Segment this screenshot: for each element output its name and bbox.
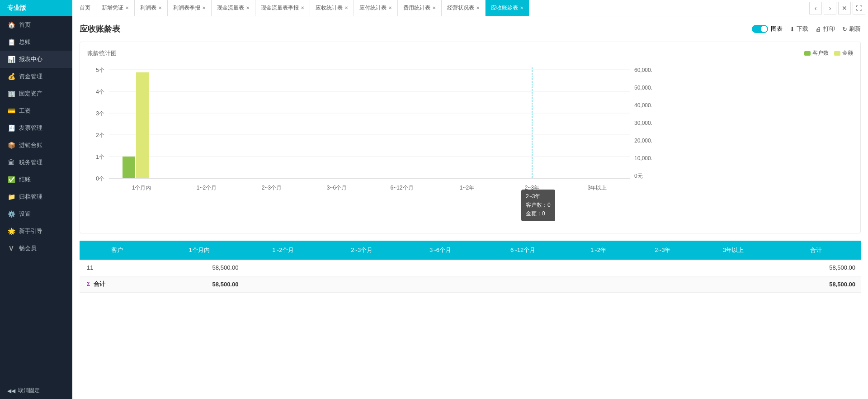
td-12month bbox=[244, 260, 322, 276]
tab-close-business[interactable]: ✕ bbox=[476, 5, 480, 10]
sidebar-item-home[interactable]: 🏠 首页 bbox=[0, 16, 72, 33]
page-title: 应收账龄表 bbox=[80, 24, 120, 34]
tab-close-cashflow-quarter[interactable]: ✕ bbox=[301, 5, 304, 10]
sidebar-unpin-button[interactable]: ◀◀ 取消固定 bbox=[0, 382, 72, 399]
svg-text:2个: 2个 bbox=[96, 132, 104, 138]
tab-close-ar-stats[interactable]: ✕ bbox=[344, 5, 348, 10]
tax-icon: 🏛 bbox=[7, 159, 15, 166]
sidebar-item-invoice[interactable]: 🧾 发票管理 bbox=[0, 119, 72, 137]
td-total-23month bbox=[322, 276, 401, 292]
archive-icon: 📁 bbox=[7, 193, 15, 200]
tab-maximize-button[interactable]: ⛶ bbox=[853, 2, 865, 14]
assets-icon: 🏢 bbox=[7, 90, 15, 97]
legend-customer: 客户数 bbox=[804, 49, 829, 57]
svg-text:3年以上: 3年以上 bbox=[588, 185, 607, 191]
legend-amount: 金额 bbox=[834, 49, 853, 57]
td-total-1month: 58,500.00 bbox=[155, 276, 244, 292]
svg-text:20,000.00元: 20,000.00元 bbox=[634, 138, 652, 144]
td-3year bbox=[695, 260, 771, 276]
tab-next-button[interactable]: › bbox=[824, 2, 836, 14]
sidebar-item-capital[interactable]: 💰 资金管理 bbox=[0, 68, 72, 85]
sidebar-item-salary[interactable]: 💳 工资 bbox=[0, 102, 72, 119]
tab-close-profit-quarter[interactable]: ✕ bbox=[202, 5, 206, 10]
tab-close-all-button[interactable]: ✕ bbox=[838, 2, 851, 14]
sidebar-item-settings[interactable]: ⚙️ 设置 bbox=[0, 205, 72, 223]
th-36month: 3~6个月 bbox=[401, 241, 480, 260]
sidebar-item-archive[interactable]: 📁 归档管理 bbox=[0, 188, 72, 205]
th-customer: 客户 bbox=[80, 241, 155, 260]
tab-cashflow[interactable]: 现金流量表 ✕ bbox=[212, 0, 255, 16]
sales-icon: 📦 bbox=[7, 142, 15, 149]
legend-customer-box bbox=[804, 51, 811, 56]
settings-icon: ⚙️ bbox=[7, 210, 15, 218]
tab-ar-stats[interactable]: 应收统计表 ✕ bbox=[310, 0, 354, 16]
home-icon: 🏠 bbox=[7, 21, 15, 28]
bar-amount-0[interactable] bbox=[136, 72, 149, 178]
tab-ar-aging[interactable]: 应收账龄表 ✕ bbox=[486, 0, 529, 16]
download-button[interactable]: ⬇ 下载 bbox=[790, 25, 808, 33]
tab-close-profit[interactable]: ✕ bbox=[158, 5, 162, 10]
td-customer: 11 bbox=[80, 260, 155, 276]
th-3year: 3年以上 bbox=[695, 241, 771, 260]
sidebar-item-ledger[interactable]: 📋 总账 bbox=[0, 33, 72, 51]
svg-text:1个月内: 1个月内 bbox=[132, 185, 151, 191]
bar-customer-0[interactable] bbox=[123, 157, 135, 178]
td-612month bbox=[480, 260, 566, 276]
toggle-track bbox=[752, 25, 768, 33]
td-12year bbox=[566, 260, 630, 276]
table-header-row: 客户 1个月内 1~2个月 2~3个月 3~6个月 6~12个月 1~2年 2~… bbox=[80, 241, 861, 260]
tab-expense[interactable]: 费用统计表 ✕ bbox=[398, 0, 442, 16]
sidebar-item-closing[interactable]: ✅ 结账 bbox=[0, 171, 72, 188]
vip-icon: V bbox=[7, 245, 15, 252]
guide-icon: 🌟 bbox=[7, 228, 15, 235]
refresh-button[interactable]: ↻ 刷新 bbox=[842, 25, 861, 33]
td-23month bbox=[322, 260, 401, 276]
td-grand-total: 58,500.00 bbox=[772, 276, 861, 292]
tab-close-cashflow[interactable]: ✕ bbox=[246, 5, 250, 10]
svg-text:40,000.00元: 40,000.00元 bbox=[634, 102, 652, 109]
svg-text:1个: 1个 bbox=[96, 154, 104, 160]
td-36month bbox=[401, 260, 480, 276]
td-total-label: Σ 合计 bbox=[80, 276, 155, 292]
tab-cashflow-quarter[interactable]: 现金流量表季报 ✕ bbox=[255, 0, 310, 16]
sidebar-item-sales[interactable]: 📦 进销台账 bbox=[0, 137, 72, 154]
chart-title: 账龄统计图 bbox=[87, 49, 853, 57]
refresh-icon: ↻ bbox=[842, 26, 847, 33]
chart-svg-wrapper: 5个 4个 3个 2个 1个 0个 60,000.00元 50,000.00元 … bbox=[87, 63, 853, 226]
ledger-icon: 📋 bbox=[7, 38, 15, 46]
th-total: 合计 bbox=[772, 241, 861, 260]
sidebar: 专业版 🏠 首页 📋 总账 📊 报表中心 💰 资金管理 🏢 固定资产 💳 工资 … bbox=[0, 0, 72, 399]
sidebar-item-vip[interactable]: V 畅会员 bbox=[0, 240, 72, 257]
td-total-3year bbox=[695, 276, 771, 292]
tab-nav-actions: ‹ › ✕ ⛶ bbox=[808, 2, 866, 14]
svg-text:5个: 5个 bbox=[96, 67, 104, 73]
td-total-36month bbox=[401, 276, 480, 292]
sidebar-item-reports[interactable]: 📊 报表中心 bbox=[0, 51, 72, 68]
sidebar-item-guide[interactable]: 🌟 新手引导 bbox=[0, 223, 72, 240]
chart-toggle[interactable]: 图表 bbox=[752, 25, 783, 33]
th-23month: 2~3个月 bbox=[322, 241, 401, 260]
tab-business[interactable]: 经营状况表 ✕ bbox=[442, 0, 486, 16]
svg-text:30,000.00元: 30,000.00元 bbox=[634, 120, 652, 126]
tab-ap-stats[interactable]: 应付统计表 ✕ bbox=[354, 0, 398, 16]
tab-close-ar-aging[interactable]: ✕ bbox=[520, 5, 524, 10]
tab-close-expense[interactable]: ✕ bbox=[432, 5, 436, 10]
main-area: 首页 新增凭证 ✕ 利润表 ✕ 利润表季报 ✕ 现金流量表 ✕ 现金流量表季报 … bbox=[72, 0, 868, 399]
tab-profit[interactable]: 利润表 ✕ bbox=[135, 0, 168, 16]
sidebar-item-assets[interactable]: 🏢 固定资产 bbox=[0, 85, 72, 102]
svg-text:0元: 0元 bbox=[634, 173, 643, 179]
data-table: 客户 1个月内 1~2个月 2~3个月 3~6个月 6~12个月 1~2年 2~… bbox=[80, 241, 861, 293]
print-button[interactable]: 🖨 打印 bbox=[816, 25, 835, 33]
toggle-label: 图表 bbox=[771, 25, 783, 33]
tab-bar: 首页 新增凭证 ✕ 利润表 ✕ 利润表季报 ✕ 现金流量表 ✕ 现金流量表季报 … bbox=[72, 0, 868, 16]
tab-prev-button[interactable]: ‹ bbox=[809, 2, 822, 14]
td-total-12month bbox=[244, 276, 322, 292]
tab-close-ap-stats[interactable]: ✕ bbox=[388, 5, 392, 10]
sidebar-item-tax[interactable]: 🏛 税务管理 bbox=[0, 154, 72, 171]
tab-profit-quarter[interactable]: 利润表季报 ✕ bbox=[168, 0, 212, 16]
tab-close-voucher[interactable]: ✕ bbox=[125, 5, 129, 10]
svg-text:2~3年: 2~3年 bbox=[525, 185, 539, 191]
sidebar-logo: 专业版 bbox=[0, 0, 72, 16]
tab-home[interactable]: 首页 bbox=[74, 0, 96, 16]
tab-voucher[interactable]: 新增凭证 ✕ bbox=[96, 0, 135, 16]
